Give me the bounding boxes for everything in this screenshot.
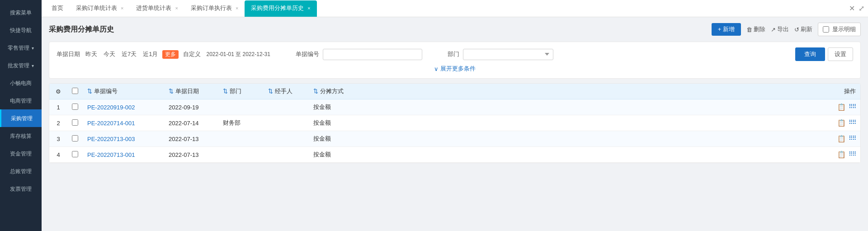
doc-link-3[interactable]: PE-20220713-001 [87,151,135,158]
yesterday-btn[interactable]: 昨天 [84,50,99,59]
doc-link-2[interactable]: PE-20220713-003 [87,136,135,142]
sidebar-item-wholesale[interactable]: 批发管理 ▾ [0,57,42,74]
main-area: 首页采购订单统计表×进货单统计表×采购订单执行表×采购费用分摊单历史× ✕ ⤢ … [42,0,868,231]
cell-checkbox-1[interactable] [67,115,83,131]
sidebar-label-search: 搜索菜单 [2,9,40,17]
setting-button[interactable]: 设置 [828,47,853,61]
th-actions: 操作 [824,84,860,99]
th-handler: ⇅ 经手人 [264,84,309,99]
th-method: ⇅ 分摊方式 [309,84,824,99]
sidebar-item-finance[interactable]: 资金管理 [0,145,42,162]
custom-btn[interactable]: 自定义 [181,50,203,59]
sidebar-item-purchase[interactable]: 采购管理 [0,109,42,127]
edit-btn-2[interactable]: 📋 [837,135,846,143]
sidebar-item-ledger[interactable]: 总账管理 [0,162,42,180]
cell-checkbox-3[interactable] [67,147,83,163]
docno-input[interactable] [323,49,422,60]
sidebar-item-inventory[interactable]: 库存核算 [0,127,42,145]
data-table: ⚙ ⇅ 单据编号 ⇅ 单据日期 [49,83,861,163]
select-all-checkbox[interactable] [72,88,78,94]
table-header: ⚙ ⇅ 单据编号 ⇅ 单据日期 [49,84,860,99]
more-btn[interactable]: 更多 [162,50,179,59]
sidebar-item-invoice[interactable]: 发票管理 [0,180,42,198]
table-row: 3 PE-20220713-003 2022-07-13 按金额 📋 ⠿⠿ [49,131,860,147]
export-button[interactable]: ↗ 导出 [771,25,789,33]
cell-date-2: 2022-07-13 [164,131,218,147]
sidebar-label-inventory: 库存核算 [2,132,40,140]
tab-stock-stat[interactable]: 进货单统计表× [130,0,184,17]
sort-icon-method: ⇅ [313,88,318,94]
more-btn-2[interactable]: ⠿⠿ [849,135,856,143]
display-detail-checkbox[interactable] [823,26,829,33]
tab-label-stock-stat: 进货单统计表 [136,4,171,12]
query-button[interactable]: 查询 [795,47,825,61]
row-actions-3: 📋 ⠿⠿ [829,151,856,159]
month-btn[interactable]: 近1月 [141,50,160,59]
tab-home[interactable]: 首页 [45,0,70,17]
date-range-display: 2022-01-01 至 2022-12-31 [206,51,270,58]
tab-close-stock-stat[interactable]: × [175,5,178,11]
cell-date-1: 2022-07-14 [164,115,218,131]
cell-actions-0: 📋 ⠿⠿ [824,99,860,115]
cell-method-0: 按金额 [309,99,824,115]
tab-purchase-cost[interactable]: 采购费用分摊单历史× [245,0,316,17]
tab-label-purchase-cost: 采购费用分摊单历史 [251,4,304,12]
refresh-button[interactable]: ↺ 刷新 [794,25,812,33]
cell-index-1: 2 [49,115,67,131]
edit-btn-3[interactable]: 📋 [837,151,846,159]
row-checkbox-0[interactable] [72,104,78,110]
header-actions: + 新增 🗑 删除 ↗ 导出 ↺ 刷新 显示明细 [712,23,861,36]
tab-label-purchase-stat: 采购订单统计表 [76,4,117,12]
add-button[interactable]: + 新增 [712,23,741,36]
dept-select[interactable]: 财务部 [463,49,553,60]
tab-close-purchase-stat[interactable]: × [121,5,123,11]
sidebar-label-quick: 快捷导航 [2,27,40,34]
cell-handler-3 [264,147,309,163]
table-row: 4 PE-20220713-001 2022-07-13 按金额 📋 ⠿⠿ [49,147,860,163]
cell-method-1: 按金额 [309,115,824,131]
cell-checkbox-0[interactable] [67,99,83,115]
display-detail-button[interactable]: 显示明细 [818,23,861,36]
page-content: 采购费用分摊单历史 + 新增 🗑 删除 ↗ 导出 ↺ 刷新 显示明细 [42,17,868,231]
sidebar-item-ecom[interactable]: 电商管理 [0,92,42,109]
cell-no-0: PE-20220919-002 [83,99,164,115]
tab-close-purchase-cost[interactable]: × [307,5,310,11]
th-checkbox[interactable] [67,84,83,99]
dept-filter-label: 部门 [448,50,459,58]
more-btn-0[interactable]: ⠿⠿ [849,103,856,111]
row-checkbox-3[interactable] [72,151,78,157]
delete-button[interactable]: 🗑 删除 [746,25,765,33]
sidebar-item-retail[interactable]: 零售管理 ▾ [0,39,42,57]
sidebar-item-mini[interactable]: 小畅电商 [0,74,42,92]
sidebar-item-quick[interactable]: 快捷导航 [0,21,42,39]
doc-link-1[interactable]: PE-20220714-001 [87,120,135,127]
week-btn[interactable]: 近7天 [120,50,138,59]
edit-btn-0[interactable]: 📋 [837,103,846,111]
more-btn-1[interactable]: ⠿⠿ [849,119,856,127]
cell-dept-3 [218,147,264,163]
page-header: 采购费用分摊单历史 + 新增 🗑 删除 ↗ 导出 ↺ 刷新 显示明细 [49,23,861,36]
tab-purchase-stat[interactable]: 采购订单统计表× [70,0,130,17]
cell-checkbox-2[interactable] [67,131,83,147]
tab-close-purchase-exec[interactable]: × [236,5,238,11]
docno-filter-label: 单据编号 [296,50,319,58]
tab-expand-icon[interactable]: ⤢ [859,4,864,13]
today-btn[interactable]: 今天 [102,50,117,59]
edit-btn-1[interactable]: 📋 [837,119,846,127]
table-body: 1 PE-20220919-002 2022-09-19 按金额 📋 ⠿⠿ 2 … [49,99,860,163]
more-btn-3[interactable]: ⠿⠿ [849,151,856,159]
expand-more-btn[interactable]: ∨ 展开更多条件 [57,65,853,73]
export-icon: ↗ [771,26,776,33]
sidebar-item-search[interactable]: 搜索菜单 [0,4,42,21]
tab-purchase-exec[interactable]: 采购订单执行表× [184,0,245,17]
th-gear[interactable]: ⚙ [49,84,67,99]
column-settings-icon[interactable]: ⚙ [56,88,61,95]
cell-index-3: 4 [49,147,67,163]
cell-index-2: 3 [49,131,67,147]
tab-close-icon[interactable]: ✕ [849,4,855,13]
row-checkbox-1[interactable] [72,119,78,126]
row-checkbox-2[interactable] [72,135,78,141]
doc-link-0[interactable]: PE-20220919-002 [87,104,135,111]
cell-date-0: 2022-09-19 [164,99,218,115]
sidebar: 搜索菜单快捷导航零售管理 ▾批发管理 ▾小畅电商电商管理采购管理库存核算资金管理… [0,0,42,231]
